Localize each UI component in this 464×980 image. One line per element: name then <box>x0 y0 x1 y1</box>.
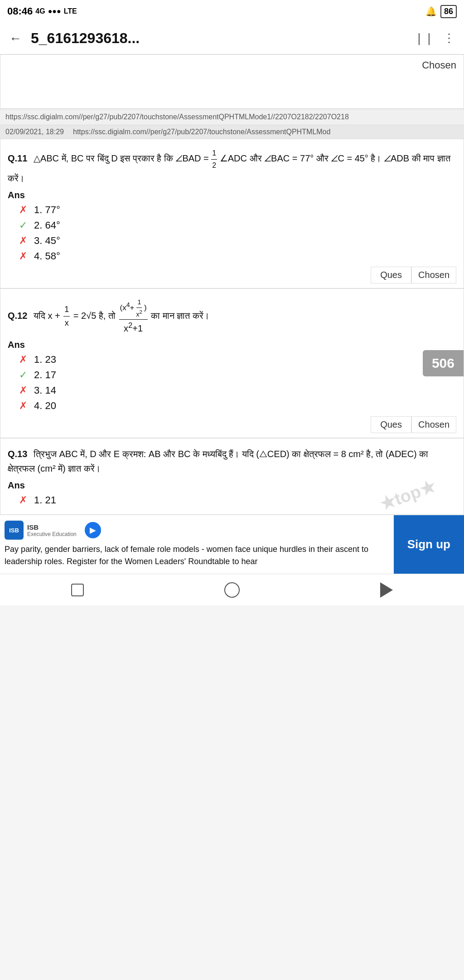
play-icon[interactable]: ▶ <box>85 522 101 538</box>
answer-11-1-text: 1. 77° <box>34 204 60 216</box>
answer-11-2-icon: ✓ <box>17 219 29 231</box>
circle-icon <box>224 582 240 598</box>
timestamp-url: https://ssc.digialm.com//per/g27/pub/220… <box>73 128 330 136</box>
network-icon: 4G <box>35 7 45 15</box>
ad-content-area: ISB ISB Executive Education ▶ Pay parity… <box>0 515 394 574</box>
floating-badge-506: 506 <box>423 350 464 376</box>
answer-11-4-text: 4. 58° <box>34 250 60 262</box>
url-bar: https://ssc.digialm.com//per/g27/pub/220… <box>0 109 464 125</box>
question-13-header: Q.13 त्रिभुज ABC में, D और E क्रमश: AB औ… <box>8 447 456 476</box>
isb-logo-text: ISB Executive Education <box>27 523 77 537</box>
navigation-bar: ← 5_6161293618... ❘❘ ⋮ <box>0 23 464 54</box>
answer-11-2: ✓ 2. 64° <box>17 219 456 231</box>
answer-12-3: ✗ 3. 14 <box>17 385 456 396</box>
back-button[interactable]: ← <box>9 31 22 46</box>
question-12-header: Q.12 यदि x + 1x = 2√5 है, तो (x4+1x2) x2… <box>8 297 456 335</box>
ad-banner: ISB ISB Executive Education ▶ Pay parity… <box>0 515 464 574</box>
signup-button[interactable]: Sign up <box>394 515 464 574</box>
status-right: 🔔 86 <box>425 5 457 18</box>
answer-12-3-icon: ✗ <box>17 385 29 396</box>
answer-12-4: ✗ 4. 20 <box>17 400 456 412</box>
question-11-text: △ABC में, BC पर बिंदु D इस प्रकार है कि … <box>8 153 450 183</box>
battery-indicator: 86 <box>440 5 457 18</box>
answer-13-1-icon: ✗ <box>17 494 29 506</box>
isb-logo-icon: ISB <box>5 521 24 540</box>
answer-13-1-text: 1. 21 <box>34 494 56 506</box>
question-11-header: Q.11 △ABC में, BC पर बिंदु D इस प्रकार ह… <box>8 147 456 185</box>
answer-11-3: ✗ 3. 45° <box>17 235 456 247</box>
answer-11-2-text: 2. 64° <box>34 219 60 231</box>
timestamp-bar: 02/09/2021, 18:29 https://ssc.digialm.co… <box>0 125 464 139</box>
chosen-label: Chosen <box>422 59 456 71</box>
ques-label-12: Ques <box>371 416 411 433</box>
question-12-footer: Ques Chosen <box>8 416 456 433</box>
question-12-block: Q.12 यदि x + 1x = 2√5 है, तो (x4+1x2) x2… <box>0 288 464 438</box>
home-nav-button[interactable] <box>218 579 246 601</box>
answer-11-3-text: 3. 45° <box>34 235 60 247</box>
square-icon <box>71 584 84 596</box>
more-button[interactable]: ⋮ <box>443 31 455 45</box>
question-11-number: Q.11 <box>8 153 27 163</box>
timestamp: 02/09/2021, 18:29 <box>5 128 64 136</box>
signal-icon: ●●● <box>48 7 61 15</box>
square-nav-button[interactable] <box>64 579 91 601</box>
answer-11-1: ✗ 1. 77° <box>17 204 456 216</box>
triangle-icon <box>380 582 393 598</box>
answer-12-2-icon: ✓ <box>17 369 29 381</box>
answer-12-1-icon: ✗ <box>17 354 29 366</box>
question-13-ans-label: Ans <box>8 480 456 491</box>
status-left: 08:46 4G ●●● LTE <box>7 5 77 17</box>
top-chosen-section: Chosen <box>0 54 464 109</box>
answer-13-1: ✗ 1. 21 <box>17 494 456 506</box>
ad-text: Pay parity, gender barriers, lack of fem… <box>5 543 389 568</box>
answer-12-2-text: 2. 17 <box>34 369 56 381</box>
answer-12-2: ✓ 2. 17 <box>17 369 456 381</box>
question-13-block: Q.13 त्रिभुज ABC में, D और E क्रमश: AB औ… <box>0 438 464 515</box>
question-11-ans-label: Ans <box>8 190 456 200</box>
chosen-label-11: Chosen <box>411 267 456 283</box>
question-11-footer: Ques Chosen <box>8 267 456 283</box>
question-13-number: Q.13 <box>8 449 27 459</box>
share-button[interactable]: ❘❘ <box>414 31 434 45</box>
answer-11-3-icon: ✗ <box>17 235 29 247</box>
question-11-block: Q.11 △ABC में, BC पर बिंदु D इस प्रकार ह… <box>0 139 464 288</box>
ad-logo: ISB ISB Executive Education ▶ <box>5 521 389 540</box>
question-13-text: त्रिभुज ABC में, D और E क्रमश: AB और BC … <box>8 449 428 473</box>
answer-11-4: ✗ 4. 58° <box>17 250 456 262</box>
answer-11-4-icon: ✗ <box>17 250 29 262</box>
answer-11-1-icon: ✗ <box>17 204 29 216</box>
status-bar: 08:46 4G ●●● LTE 🔔 86 <box>0 0 464 23</box>
question-12-ans-label: Ans <box>8 340 456 350</box>
answer-12-1: ✗ 1. 23 <box>17 354 456 366</box>
answer-12-1-text: 1. 23 <box>34 354 56 366</box>
answer-12-3-text: 3. 14 <box>34 385 56 396</box>
answer-12-4-icon: ✗ <box>17 400 29 412</box>
ques-label-11: Ques <box>371 267 411 283</box>
answer-12-4-text: 4. 20 <box>34 400 56 412</box>
back-nav-button[interactable] <box>373 579 400 601</box>
time-display: 08:46 <box>7 5 33 17</box>
chosen-label-12: Chosen <box>411 416 456 433</box>
volume-icon: 🔔 <box>425 6 437 17</box>
bottom-navigation <box>0 574 464 605</box>
lte-icon: LTE <box>64 7 77 15</box>
question-12-text: यदि x + 1x = 2√5 है, तो (x4+1x2) x2+1 का… <box>34 311 209 321</box>
question-12-number: Q.12 <box>8 311 27 321</box>
page-title: 5_6161293618... <box>31 30 405 47</box>
